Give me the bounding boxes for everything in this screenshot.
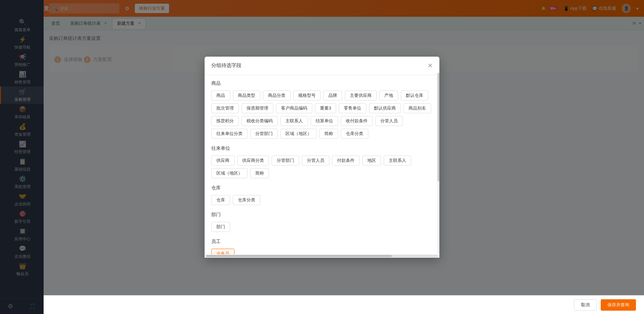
field-tag-staff-salesperson[interactable]: 业务员	[211, 249, 234, 255]
field-tag[interactable]: 付款条件	[332, 155, 360, 166]
section-department: 部门 部门	[211, 212, 433, 232]
section-staff-title: 员工	[211, 239, 433, 245]
field-tag[interactable]: 仓库	[211, 195, 230, 205]
field-tag[interactable]: 零售单位	[339, 103, 366, 113]
section-goods-title: 商品	[211, 80, 433, 86]
section-warehouse: 仓库 仓库 仓库分类	[211, 185, 433, 205]
save-button[interactable]: 保存并查询	[601, 299, 636, 311]
field-tag[interactable]: 收付款条件	[341, 116, 373, 126]
section-partner: 往来单位 供应商 供应商分类 分管部门 分管人员 付款条件 地区 主联系人 区域…	[211, 145, 433, 178]
field-tag[interactable]: 区域（地区）	[280, 129, 317, 139]
modal-vertical-scrollbar[interactable]	[437, 73, 439, 254]
modal-close-button[interactable]: ✕	[428, 62, 433, 69]
department-field-grid: 部门	[211, 222, 433, 232]
field-tag[interactable]: 主联系人	[384, 155, 411, 166]
section-department-title: 部门	[211, 212, 433, 218]
modal-overlay: 分组待选字段 ✕ 商品 商品 商品类型 商品分类 规格型号 品牌 主要供应商 产…	[0, 0, 644, 314]
field-tag[interactable]: 分管人员	[375, 116, 403, 126]
field-tag[interactable]: 商品别名	[404, 103, 431, 113]
field-tag[interactable]: 商品	[211, 90, 230, 101]
field-tag[interactable]: 地区	[362, 155, 381, 166]
field-tag[interactable]: 重量3	[315, 103, 336, 113]
hscrollbar-thumb	[206, 255, 392, 257]
field-tag[interactable]: 结算单位	[311, 116, 338, 126]
field-tag[interactable]: 仓库分类	[233, 195, 260, 205]
partner-field-grid: 供应商 供应商分类 分管部门 分管人员 付款条件 地区 主联系人 区域（地区） …	[211, 155, 433, 178]
field-tag[interactable]: 商品类型	[233, 90, 260, 101]
field-tag[interactable]: 往来单位分类	[211, 129, 248, 139]
hscrollbar-track	[206, 255, 438, 257]
field-tag[interactable]: 简称	[319, 129, 338, 139]
field-tag[interactable]: 主要供应商	[345, 90, 377, 101]
cancel-button[interactable]: 取消	[574, 299, 597, 311]
field-tag[interactable]: 部门	[211, 222, 230, 232]
field-tag[interactable]: 供应商	[211, 155, 234, 166]
section-staff: 员工 业务员	[211, 239, 433, 255]
section-warehouse-title: 仓库	[211, 185, 433, 191]
field-tag[interactable]: 默认供应商	[369, 103, 401, 113]
field-tag[interactable]: 客户商品编码	[276, 103, 312, 113]
goods-field-grid: 商品 商品类型 商品分类 规格型号 品牌 主要供应商 产地 默认仓库 批次管理 …	[211, 90, 433, 139]
field-tag[interactable]: 商品分类	[263, 90, 290, 101]
field-tag[interactable]: 分管部门	[250, 129, 278, 139]
bottom-action-bar: 取消 保存并查询	[44, 295, 644, 314]
vscrollbar-thumb	[437, 73, 439, 181]
field-tag[interactable]: 分管人员	[302, 155, 329, 166]
staff-field-grid: 业务员	[211, 249, 433, 255]
modal-horizontal-scrollbar[interactable]	[205, 254, 439, 257]
field-tag[interactable]: 产地	[379, 90, 398, 101]
field-tag[interactable]: 税收分类编码	[241, 116, 278, 126]
section-partner-title: 往来单位	[211, 145, 433, 151]
modal-header: 分组待选字段 ✕	[205, 57, 439, 75]
field-tag[interactable]: 默认仓库	[401, 90, 428, 101]
field-tag[interactable]: 简称	[250, 168, 269, 178]
field-tag[interactable]: 仓库分类	[341, 129, 368, 139]
warehouse-field-grid: 仓库 仓库分类	[211, 195, 433, 205]
section-goods: 商品 商品 商品类型 商品分类 规格型号 品牌 主要供应商 产地 默认仓库 批次…	[211, 80, 433, 139]
modal-title: 分组待选字段	[211, 62, 241, 69]
field-tag[interactable]: 品牌	[323, 90, 342, 101]
modal: 分组待选字段 ✕ 商品 商品 商品类型 商品分类 规格型号 品牌 主要供应商 产…	[205, 57, 439, 258]
field-tag[interactable]: 批次管理	[211, 103, 239, 113]
field-tag[interactable]: 规格型号	[293, 90, 321, 101]
field-tag[interactable]: 区域（地区）	[211, 168, 248, 178]
modal-body: 商品 商品 商品类型 商品分类 规格型号 品牌 主要供应商 产地 默认仓库 批次…	[205, 75, 439, 255]
field-tag[interactable]: 分管部门	[272, 155, 299, 166]
field-tag[interactable]: 拣货积分	[211, 116, 239, 126]
field-tag[interactable]: 保质期管理	[241, 103, 273, 113]
field-tag[interactable]: 主联系人	[280, 116, 308, 126]
field-tag[interactable]: 供应商分类	[237, 155, 269, 166]
